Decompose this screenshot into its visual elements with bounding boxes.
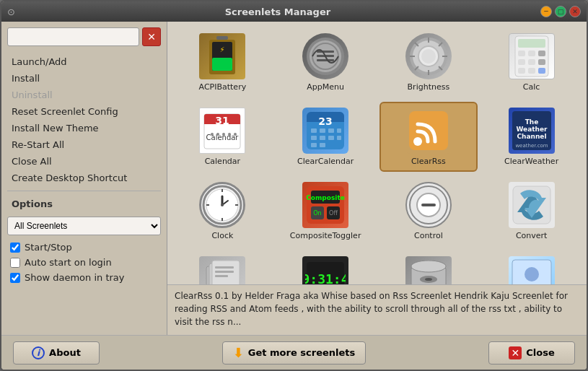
- screenlet-clearcalendar[interactable]: 23 ClearCalendar: [276, 102, 375, 172]
- clearcalendar-label: ClearCalendar: [297, 157, 354, 166]
- screenlet-clock[interactable]: Clock: [173, 176, 272, 246]
- menu-item-create-shortcut[interactable]: Create Desktop Shortcut: [7, 170, 161, 186]
- clearweather-svg: The Weather Channel weather.com: [511, 110, 553, 152]
- minimize-button[interactable]: ─: [540, 6, 552, 17]
- screenlet-control[interactable]: Control: [379, 176, 478, 246]
- menu-item-install[interactable]: Install: [7, 70, 161, 87]
- svg-rect-28: [518, 59, 525, 65]
- svg-point-59: [413, 137, 422, 146]
- calendar-label: Calendar: [205, 157, 240, 166]
- show-daemon-checkbox[interactable]: [10, 273, 20, 283]
- screenlet-appmenu[interactable]: AppMenu: [276, 27, 375, 97]
- screenlet-convert[interactable]: Convert: [482, 176, 581, 246]
- svg-rect-9: [317, 59, 334, 61]
- convert-icon: [509, 182, 555, 228]
- clearweather-icon: The Weather Channel weather.com: [509, 108, 555, 154]
- svg-point-43: [234, 133, 237, 136]
- control-svg: [408, 185, 449, 225]
- close-button[interactable]: ✕ Close: [488, 341, 575, 365]
- close-window-button[interactable]: ✕: [569, 6, 581, 17]
- svg-rect-89: [215, 271, 234, 273]
- appmenu-icon: [302, 33, 348, 79]
- maximize-button[interactable]: □: [555, 6, 566, 17]
- about-button[interactable]: i About: [13, 341, 100, 365]
- menu-item-close-all[interactable]: Close All: [7, 153, 161, 170]
- get-more-label: Get more screenlets: [248, 347, 355, 358]
- composite-icon: Composite On Off: [302, 182, 348, 228]
- clearcalendar-svg: 23: [305, 110, 346, 152]
- x-icon: ✕: [509, 346, 522, 359]
- screenlet-brightness[interactable]: Brightness: [379, 27, 478, 97]
- calendar-icon: 31 Calendar: [199, 108, 245, 154]
- control-label: Control: [414, 231, 443, 240]
- left-panel: ✕ Launch/Add Install Uninstall Reset Scr…: [1, 22, 167, 335]
- appmenu-label: AppMenu: [307, 82, 344, 92]
- svg-rect-90: [215, 275, 228, 277]
- screenlet-copystack[interactable]: CopyStack: [173, 250, 272, 284]
- options-label: Options: [7, 196, 161, 212]
- clearrss-svg: [408, 110, 449, 152]
- svg-rect-53: [320, 136, 325, 140]
- autostart-row: Auto start on login: [7, 255, 161, 270]
- screenlets-grid: ⚡ ACPIBattery: [167, 22, 587, 284]
- clock-label: Clock: [211, 231, 233, 240]
- screenlet-calc[interactable]: Calc: [482, 27, 581, 97]
- control-icon: [405, 182, 452, 228]
- search-input[interactable]: [7, 27, 139, 46]
- autostart-checkbox[interactable]: [10, 258, 20, 268]
- screenlet-clearrss[interactable]: ClearRss: [379, 102, 478, 172]
- description-bar: ClearRss 0.1 by Helder Fraga aka Whise b…: [167, 284, 587, 335]
- svg-rect-26: [528, 51, 535, 56]
- diskusage-icon: [405, 256, 452, 284]
- calc-label: Calc: [523, 82, 540, 92]
- clock-svg: [202, 185, 242, 225]
- evo-svg: [511, 258, 553, 284]
- svg-rect-52: [311, 136, 317, 140]
- screenlet-acpibattery[interactable]: ⚡ ACPIBattery: [173, 27, 272, 97]
- svg-rect-7: [317, 51, 334, 53]
- menu-item-reset[interactable]: Reset Screenlet Config: [7, 103, 161, 120]
- screenlet-clearweather[interactable]: The Weather Channel weather.com ClearWea…: [482, 102, 581, 172]
- copystack-icon: [199, 256, 245, 284]
- svg-rect-3: [212, 58, 232, 71]
- convert-svg: [512, 185, 552, 225]
- menu-item-install-theme[interactable]: Install New Theme: [7, 120, 161, 136]
- screenlets-filter-dropdown[interactable]: All Screenlets Running Screenlets: [7, 217, 161, 235]
- screenlet-compositetoggler[interactable]: Composite On Off CompositeToggler: [276, 176, 375, 246]
- svg-point-73: [221, 204, 224, 206]
- svg-rect-51: [337, 128, 341, 133]
- svg-point-22: [421, 49, 436, 64]
- svg-rect-55: [337, 136, 341, 140]
- screenlet-digiclock[interactable]: 19:31:46 DigiClock: [276, 250, 375, 284]
- clearrss-label: ClearRss: [411, 157, 446, 166]
- show-daemon-row: Show daemon in tray: [7, 270, 161, 285]
- menu-item-launch[interactable]: Launch/Add: [7, 53, 161, 70]
- screenlet-calendar[interactable]: 31 Calendar Calendar: [173, 102, 272, 172]
- search-clear-button[interactable]: ✕: [142, 27, 161, 46]
- get-more-button[interactable]: ⬇ Get more screenlets: [222, 341, 367, 365]
- svg-rect-56: [311, 143, 317, 147]
- screenlet-evolutioncontacts[interactable]: EvolutionContacts: [482, 250, 581, 284]
- start-stop-checkbox[interactable]: [10, 243, 20, 253]
- download-icon: ⬇: [233, 345, 244, 360]
- svg-rect-57: [320, 143, 325, 147]
- acpibattery-label: ACPIBattery: [199, 82, 247, 92]
- composite-svg: Composite On Off: [305, 185, 346, 225]
- menu-item-restart-all[interactable]: Re-Start All: [7, 136, 161, 153]
- svg-rect-49: [320, 128, 325, 133]
- right-area: ⚡ ACPIBattery: [167, 22, 587, 335]
- about-label: About: [49, 347, 81, 358]
- svg-point-41: [222, 133, 225, 136]
- start-stop-row: Start/Stop: [7, 240, 161, 255]
- svg-rect-83: [421, 204, 436, 206]
- svg-point-42: [228, 133, 231, 136]
- svg-rect-33: [538, 68, 545, 74]
- evo-icon: [509, 256, 555, 284]
- digiclock-svg: 19:31:46: [305, 261, 346, 284]
- screenlet-diskusage[interactable]: Diskusage: [379, 250, 478, 284]
- clearcalendar-icon: 23: [302, 108, 348, 154]
- dropdown-row: All Screenlets Running Screenlets: [7, 217, 161, 235]
- svg-rect-31: [518, 68, 525, 74]
- content-area: ✕ Launch/Add Install Uninstall Reset Scr…: [1, 22, 587, 335]
- bottom-bar: i About ⬇ Get more screenlets ✕ Close: [1, 335, 587, 370]
